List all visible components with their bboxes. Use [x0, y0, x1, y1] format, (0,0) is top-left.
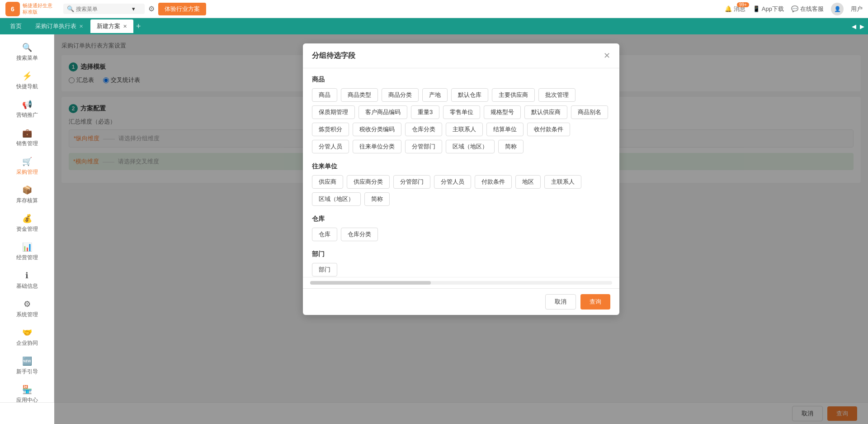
field-main-contact[interactable]: 主联系人	[446, 123, 483, 136]
sidebar-item-label: 搜索菜单	[16, 54, 38, 62]
field-region2-partner[interactable]: 区域（地区）	[312, 192, 361, 206]
field-settlement-unit[interactable]: 结算单位	[486, 123, 524, 136]
sidebar-item-system[interactable]: ⚙ 系统管理	[0, 295, 54, 323]
field-batch-mgmt[interactable]: 批次管理	[538, 88, 576, 102]
product-fields: 商品 商品类型 商品分类 产地 默认仓库 主要供应商 批次管理 保质期管理 客户…	[312, 88, 610, 153]
field-supplier-category[interactable]: 供应商分类	[347, 175, 390, 189]
download-icon: 📱	[753, 5, 760, 12]
sidebar-item-label: 基础信息	[16, 282, 38, 290]
field-product-category[interactable]: 商品分类	[382, 88, 419, 102]
field-warehouse-category[interactable]: 仓库分类	[405, 123, 442, 136]
tab-purchase-close[interactable]: ✕	[79, 24, 83, 29]
field-supervisor[interactable]: 分管人员	[312, 140, 349, 153]
modal-overlay: 分组待选字段 ✕ 商品 商品 商品类型 商品分类 产地 默认仓库 主要供应商	[54, 34, 868, 424]
field-payment-terms[interactable]: 收付款条件	[527, 123, 570, 136]
field-region-partner[interactable]: 地区	[515, 175, 541, 189]
section-warehouse: 仓库 仓库 仓库分类	[312, 215, 610, 241]
collab-icon: 🤝	[22, 328, 32, 338]
field-main-supplier[interactable]: 主要供应商	[492, 88, 535, 102]
sidebar-item-label: 企业协同	[16, 339, 38, 347]
field-product[interactable]: 商品	[312, 88, 337, 102]
app-download[interactable]: 📱 App下载	[753, 5, 784, 13]
nav-collapse-icon[interactable]: ◀	[852, 23, 856, 30]
sidebar-item-label: 销售管理	[16, 140, 38, 148]
field-default-supplier[interactable]: 默认供应商	[524, 105, 567, 119]
sidebar-item-marketing[interactable]: 📢 营销推广	[0, 95, 54, 124]
field-shortname-partner[interactable]: 简称	[364, 192, 390, 206]
nav-expand-icon[interactable]: ▶	[860, 23, 864, 30]
field-shortname-product[interactable]: 简称	[498, 140, 524, 153]
field-refine-points[interactable]: 炼货积分	[312, 123, 349, 136]
field-product-alias[interactable]: 商品别名	[571, 105, 608, 119]
field-dept[interactable]: 部门	[312, 263, 337, 276]
search-bar[interactable]: 🔍 ▾	[63, 4, 145, 14]
online-service-label: 在线客服	[800, 5, 824, 13]
modal-footer: 取消 查询	[303, 288, 619, 315]
sidebar-item-finance[interactable]: 💰 资金管理	[0, 209, 54, 238]
modal-confirm-button[interactable]: 查询	[580, 294, 610, 310]
h-scrollbar-thumb[interactable]	[310, 281, 431, 285]
sidebar-item-business[interactable]: 📊 经营管理	[0, 238, 54, 266]
section-partner-title: 往来单位	[312, 162, 610, 171]
modal-header: 分组待选字段 ✕	[303, 43, 619, 68]
add-tab-icon[interactable]: +	[136, 22, 141, 31]
sidebar-item-label: 营销推广	[16, 111, 38, 119]
field-region-product[interactable]: 区域（地区）	[446, 140, 495, 153]
warehouse-fields: 仓库 仓库分类	[312, 228, 610, 241]
try-industry-button[interactable]: 体验行业方案	[158, 3, 206, 15]
sidebar-item-label: 经营管理	[16, 254, 38, 262]
business-icon: 📊	[22, 242, 32, 252]
field-tax-code[interactable]: 税收分类编码	[353, 123, 401, 136]
sidebar-item-search[interactable]: 🔍 搜索菜单	[0, 38, 54, 67]
modal-cancel-button[interactable]: 取消	[545, 294, 576, 310]
field-partner-category[interactable]: 往来单位分类	[353, 140, 401, 153]
field-select-modal: 分组待选字段 ✕ 商品 商品 商品类型 商品分类 产地 默认仓库 主要供应商	[303, 43, 619, 315]
sidebar-item-inventory[interactable]: 📦 库存核算	[0, 181, 54, 209]
quicknav-icon: ⚡	[22, 71, 32, 81]
field-origin[interactable]: 产地	[422, 88, 448, 102]
field-product-type[interactable]: 商品类型	[341, 88, 378, 102]
field-warehouse-cat[interactable]: 仓库分类	[341, 228, 378, 241]
field-supplier[interactable]: 供应商	[312, 175, 343, 189]
modal-close-button[interactable]: ✕	[604, 51, 610, 61]
field-retail-unit[interactable]: 零售单位	[443, 105, 480, 119]
dept-fields: 部门	[312, 263, 610, 276]
field-supervisor-partner[interactable]: 分管人员	[434, 175, 471, 189]
online-service[interactable]: 💬 在线客服	[791, 5, 824, 13]
sidebar-item-quicknav[interactable]: ⚡ 快捷导航	[0, 67, 54, 95]
field-spec-model[interactable]: 规格型号	[484, 105, 521, 119]
sidebar-item-sales[interactable]: 💼 销售管理	[0, 124, 54, 152]
tab-purchase-order[interactable]: 采购订单执行表 ✕	[29, 19, 90, 33]
field-weight[interactable]: 重量3	[411, 105, 439, 119]
topbar-right: 🔔 消息 99+ 📱 App下载 💬 在线客服 👤 用户	[725, 3, 863, 15]
field-expiry-mgmt[interactable]: 保质期管理	[312, 105, 355, 119]
sidebar-item-newbie[interactable]: 🆕 新手引导	[0, 352, 54, 380]
modal-body: 商品 商品 商品类型 商品分类 产地 默认仓库 主要供应商 批次管理 保质期管理…	[303, 68, 619, 277]
field-dept-mgmt[interactable]: 分管部门	[405, 140, 442, 153]
user-name: 用户	[851, 5, 863, 13]
sidebar-item-collab[interactable]: 🤝 企业协同	[0, 323, 54, 352]
field-customer-sku[interactable]: 客户商品编码	[359, 105, 407, 119]
search-input[interactable]	[76, 6, 130, 12]
search-icon: 🔍	[67, 5, 74, 12]
tab-new-plan-label: 新建方案	[97, 22, 120, 30]
partner-fields: 供应商 供应商分类 分管部门 分管人员 付款条件 地区 主联系人 区域（地区） …	[312, 175, 610, 206]
section-dept: 部门 部门	[312, 250, 610, 276]
section-product: 商品 商品 商品类型 商品分类 产地 默认仓库 主要供应商 批次管理 保质期管理…	[312, 76, 610, 153]
sidebar-item-base[interactable]: ℹ 基础信息	[0, 266, 54, 295]
field-payment-cond[interactable]: 付款条件	[475, 175, 512, 189]
sidebar-item-label: 资金管理	[16, 225, 38, 233]
avatar[interactable]: 👤	[831, 3, 844, 15]
field-warehouse[interactable]: 仓库	[312, 228, 337, 241]
h-scrollbar-container	[303, 277, 619, 288]
logo-icon: 6	[5, 2, 20, 16]
field-default-warehouse[interactable]: 默认仓库	[451, 88, 488, 102]
field-dept-partner[interactable]: 分管部门	[393, 175, 430, 189]
field-main-contact-partner[interactable]: 主联系人	[544, 175, 581, 189]
tab-new-plan-close[interactable]: ✕	[123, 24, 127, 29]
tab-home[interactable]: 首页	[4, 19, 28, 33]
settings-icon[interactable]: ⚙	[148, 5, 155, 13]
notification-area[interactable]: 🔔 消息 99+	[725, 5, 745, 13]
tab-new-plan[interactable]: 新建方案 ✕	[90, 19, 133, 33]
sidebar-item-purchase[interactable]: 🛒 采购管理	[0, 152, 54, 181]
